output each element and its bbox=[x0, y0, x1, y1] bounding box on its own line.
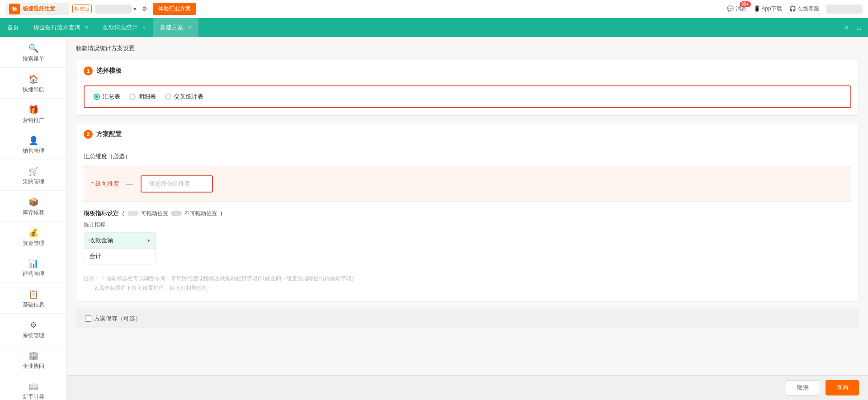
template-options-group: 汇总表 明细表 交叉统计表 bbox=[84, 85, 851, 108]
radio-summary[interactable] bbox=[94, 94, 100, 100]
cart-icon: 🛒 bbox=[28, 166, 38, 176]
section-template: 1 选择模板 汇总表 明细表 交叉统计表 bbox=[76, 60, 859, 116]
template-option-cross[interactable]: 交叉统计表 bbox=[165, 93, 203, 101]
sidebar-item-sales[interactable]: 👤 销售管理 bbox=[0, 129, 66, 160]
metrics-setting-row: 模板指标设定（ 可拖动位置 不可拖动位置 ） bbox=[84, 209, 851, 217]
receipts-tab-close-icon[interactable]: × bbox=[142, 24, 146, 31]
main-layout: 🔍 搜索菜单 🏠 快捷导航 🎁 营销推广 👤 销售管理 🛒 采购管理 📦 库存核… bbox=[0, 37, 868, 400]
save-checkbox[interactable] bbox=[85, 315, 91, 322]
tab-new-plan[interactable]: 新建方案 × bbox=[153, 18, 198, 37]
query-button[interactable]: 查询 bbox=[826, 380, 859, 395]
content-area: 收款情况统计方案设置 1 选择模板 汇总表 明细表 bbox=[67, 37, 868, 400]
footer-bar: 取消 查询 bbox=[67, 375, 868, 400]
template-option-detail[interactable]: 明细表 bbox=[129, 93, 156, 101]
metrics-setting-label: 模板指标设定（ bbox=[84, 209, 125, 217]
message-badge: 99+ bbox=[740, 1, 751, 7]
sidebar-label-sales: 销售管理 bbox=[23, 147, 44, 155]
section-config: 2 方案配置 汇总维度（必选） * 纵向维度 — 请选择分组维度 bbox=[76, 123, 859, 301]
can-drag-label: 可拖动位置 bbox=[141, 210, 168, 217]
app-download-button[interactable]: 📱 App下载 bbox=[754, 5, 782, 13]
tab-receipts[interactable]: 收款情况统计 × bbox=[95, 18, 153, 37]
sidebar-label-basics: 基础信息 bbox=[23, 301, 44, 309]
section2-num: 2 bbox=[84, 130, 93, 139]
sidebar-item-basics[interactable]: 📋 基础信息 bbox=[0, 283, 66, 314]
online-service-button[interactable]: 🎧 在线客服 bbox=[789, 5, 819, 13]
sidebar-label-search: 搜索菜单 bbox=[23, 55, 44, 63]
dropdown-arrow-icon: ▾ bbox=[133, 5, 137, 12]
tips-section: 提示： 1.拖动标题栏可以调整布局，不可跨维度或指标区域拖动栏目字段(只能在同一… bbox=[84, 275, 851, 292]
metrics-table-header[interactable]: 收款金额 ▾ bbox=[84, 233, 156, 248]
sidebar-item-marketing[interactable]: 🎁 营销推广 bbox=[0, 99, 66, 129]
section1-num: 1 bbox=[84, 66, 93, 75]
home-icon: 🏠 bbox=[28, 74, 38, 84]
cannot-drag-label: 不可拖动位置 bbox=[184, 210, 217, 217]
window-maximize-icon[interactable]: □ bbox=[854, 22, 864, 33]
tabbar: 首页 现金银行流水查询 × 收款情况统计 × 新建方案 × × □ bbox=[0, 18, 868, 37]
box-icon: 📦 bbox=[28, 197, 38, 207]
window-close-icon[interactable]: × bbox=[841, 22, 852, 33]
section1-title: 选择模板 bbox=[96, 67, 122, 75]
sidebar-item-nav[interactable]: 🏠 快捷导航 bbox=[0, 68, 66, 99]
sidebar-label-guide: 新手引导 bbox=[23, 393, 44, 400]
sidebar-item-system[interactable]: ⚙ 系统管理 bbox=[0, 314, 66, 344]
cashflow-tab-close-icon[interactable]: × bbox=[85, 24, 88, 31]
workspace-dropdown[interactable]: ▾ bbox=[95, 5, 137, 14]
dimension-area: * 纵向维度 — 请选择分组维度 bbox=[84, 166, 851, 202]
sidebar-item-finance[interactable]: 💰 资金管理 bbox=[0, 221, 66, 252]
sidebar-item-corp[interactable]: 🏢 企业协同 bbox=[0, 344, 66, 375]
sidebar-item-search[interactable]: 🔍 搜索菜单 bbox=[0, 37, 66, 68]
receipts-tab-label: 收款情况统计 bbox=[103, 24, 138, 32]
sidebar-label-operations: 经营管理 bbox=[23, 270, 44, 278]
page-content: 收款情况统计方案设置 1 选择模板 汇总表 明细表 bbox=[67, 37, 868, 375]
new-plan-tab-label: 新建方案 bbox=[160, 24, 184, 32]
topbar: 畅 畅捷通好生意 标准版 ▾ ⚙ 体验行业方案 💬 消息 99+ 📱 App下载… bbox=[0, 0, 868, 18]
grouping-dimension-select[interactable]: 请选择分组维度 bbox=[141, 175, 213, 193]
messages-button[interactable]: 💬 消息 99+ bbox=[727, 5, 746, 13]
chart-icon: 📊 bbox=[28, 259, 38, 268]
tip-2: 2.点击标题栏下拉可设置排序、插入列和删除列 bbox=[84, 284, 851, 292]
tab-home[interactable]: 首页 bbox=[0, 18, 26, 37]
config-body: 汇总维度（必选） * 纵向维度 — 请选择分组维度 模板指标设定（ bbox=[76, 145, 859, 301]
radio-detail[interactable] bbox=[129, 94, 136, 100]
logo: 畅 畅捷通好生意 bbox=[5, 3, 69, 15]
metrics-chevron-icon[interactable]: ▾ bbox=[147, 238, 150, 244]
sidebar-label-finance: 资金管理 bbox=[23, 240, 44, 247]
home-tab-label: 首页 bbox=[7, 24, 19, 32]
gift-icon: 🎁 bbox=[28, 105, 38, 115]
trial-button[interactable]: 体验行业方案 bbox=[153, 3, 196, 15]
money-icon: 💰 bbox=[28, 228, 38, 238]
metrics-table-total-cell: 合计 bbox=[84, 248, 156, 264]
draggable-indicator bbox=[127, 211, 138, 216]
new-plan-tab-close-icon[interactable]: × bbox=[188, 24, 191, 31]
workspace-name bbox=[95, 5, 132, 14]
building-icon: 🏢 bbox=[28, 351, 38, 361]
sidebar-item-purchase[interactable]: 🛒 采购管理 bbox=[0, 160, 66, 191]
metrics-header-label: 收款金额 bbox=[90, 236, 113, 245]
template-option-summary[interactable]: 汇总表 bbox=[94, 93, 120, 101]
cancel-button[interactable]: 取消 bbox=[786, 380, 820, 395]
sidebar-label-system: 系统管理 bbox=[23, 332, 44, 339]
sidebar-label-inventory: 库存核算 bbox=[23, 209, 44, 216]
sidebar-item-operations[interactable]: 📊 经营管理 bbox=[0, 252, 66, 283]
template-cross-label: 交叉统计表 bbox=[174, 93, 203, 101]
template-detail-label: 明细表 bbox=[138, 93, 156, 101]
sidebar-item-guide[interactable]: 📖 新手引导 bbox=[0, 375, 66, 400]
vertical-dim-label: * 纵向维度 bbox=[91, 180, 119, 188]
topbar-left: 畅 畅捷通好生意 标准版 ▾ ⚙ 体验行业方案 bbox=[5, 3, 196, 15]
service-icon: 🎧 bbox=[789, 5, 796, 12]
service-label: 在线客服 bbox=[797, 5, 819, 12]
tab-cashflow[interactable]: 现金银行流水查询 × bbox=[26, 18, 95, 37]
template-summary-label: 汇总表 bbox=[103, 93, 120, 101]
download-icon: 📱 bbox=[754, 5, 760, 12]
radio-cross[interactable] bbox=[165, 94, 171, 100]
edition-badge: 标准版 bbox=[72, 5, 92, 13]
tip-2-text: 2.点击标题栏下拉可设置排序、插入列和删除列 bbox=[94, 285, 208, 291]
user-info[interactable] bbox=[826, 5, 863, 14]
sidebar-label-purchase: 采购管理 bbox=[23, 178, 44, 186]
settings-gear-icon[interactable]: ⚙ bbox=[140, 5, 149, 14]
sidebar-label-nav: 快捷导航 bbox=[23, 86, 44, 94]
download-label: App下载 bbox=[761, 5, 782, 12]
sidebar-item-inventory[interactable]: 📦 库存核算 bbox=[0, 191, 66, 221]
tip-1: 提示： 1.拖动标题栏可以调整布局，不可跨维度或指标区域拖动栏目字段(只能在同一… bbox=[84, 275, 851, 282]
page-title: 收款情况统计方案设置 bbox=[76, 44, 859, 52]
